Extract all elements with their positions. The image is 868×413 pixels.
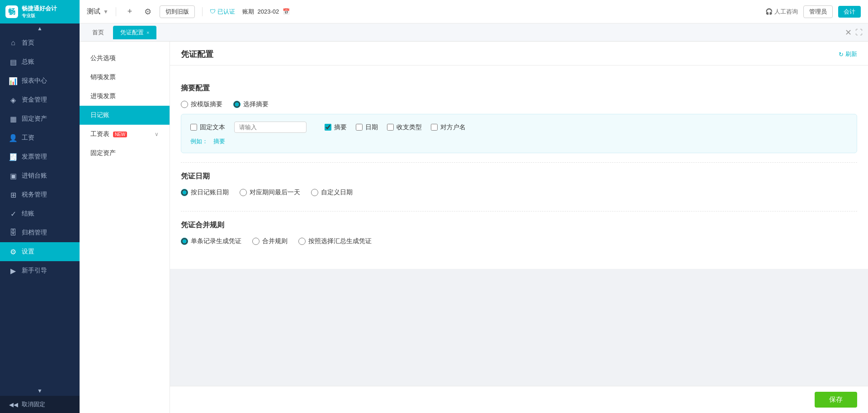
- summary-select-radio[interactable]: [233, 101, 241, 108]
- counterpart-checkbox[interactable]: [431, 124, 438, 131]
- sidebar-item-home[interactable]: ⌂ 首页: [0, 33, 80, 52]
- archive-icon: 🗄: [9, 229, 17, 237]
- switch-old-version-btn[interactable]: 切到旧版: [160, 5, 195, 18]
- calendar-icon[interactable]: 📅: [283, 8, 290, 15]
- invoice-icon: 🧾: [9, 153, 17, 161]
- sidebar-item-guide[interactable]: ▶ 新手引导: [0, 261, 80, 280]
- sidebar-item-settings[interactable]: ⚙ 设置: [0, 242, 80, 261]
- sidebar-item-invoice[interactable]: 🧾 发票管理: [0, 147, 80, 166]
- sidebar-item-ledger[interactable]: ▤ 总账: [0, 52, 80, 71]
- income-type-checkbox[interactable]: [387, 124, 394, 131]
- admin-btn[interactable]: 管理员: [803, 5, 833, 18]
- consult-btn[interactable]: 🎧 人工咨询: [765, 8, 798, 16]
- refresh-btn[interactable]: ↻ 刷新: [839, 50, 857, 58]
- refresh-icon: ↻: [839, 51, 844, 58]
- tab-close-btn[interactable]: ×: [146, 30, 149, 35]
- sidebar-item-archive[interactable]: 🗄 归档管理: [0, 223, 80, 242]
- date-checkbox-option[interactable]: 日期: [356, 123, 378, 131]
- topbar-right: 🎧 人工咨询 管理员 会计: [765, 5, 861, 18]
- headset-icon: 🎧: [765, 8, 773, 15]
- payroll-label: 工资表 NEW: [90, 130, 127, 138]
- merge-radio-group: 单条记录生成凭证 合并规则 按照选择汇总生成凭证: [181, 237, 857, 245]
- summary-checkbox-option[interactable]: 摘要: [325, 123, 347, 131]
- date-period-last-radio[interactable]: [240, 189, 247, 196]
- close-period-icon: ✓: [9, 210, 17, 218]
- income-type-checkbox-option[interactable]: 收支类型: [387, 123, 422, 131]
- date-checkbox[interactable]: [356, 124, 363, 131]
- sidebar-scroll-up[interactable]: ▲: [0, 23, 80, 33]
- date-period-last-option[interactable]: 对应期间最后一天: [240, 188, 300, 197]
- left-nav-public[interactable]: 公共选项: [80, 49, 170, 68]
- sidebar-item-salary[interactable]: 👤 工资: [0, 128, 80, 147]
- merge-section: 凭证合并规则 单条记录生成凭证 合并规则: [181, 211, 857, 260]
- merge-single-radio[interactable]: [181, 238, 188, 245]
- merge-select-option[interactable]: 按照选择汇总生成凭证: [298, 237, 372, 245]
- left-nav-payroll[interactable]: 工资表 NEW ∨: [80, 125, 170, 144]
- sidebar-item-cash[interactable]: ◈ 资金管理: [0, 90, 80, 109]
- date-custom-radio[interactable]: [311, 189, 318, 196]
- settings-gear-btn[interactable]: ⚙: [142, 5, 154, 18]
- left-nav-fixed-assets[interactable]: 固定资产: [80, 144, 170, 163]
- voucher-date-section: 凭证日期 按日记账日期 对应期间最后一天: [181, 163, 857, 211]
- company-selector[interactable]: 测试 ▼: [87, 7, 108, 16]
- merge-rule-radio[interactable]: [252, 238, 259, 245]
- cancel-fixed-icon: ◀◀: [9, 401, 18, 408]
- new-badge: NEW: [113, 131, 127, 137]
- tab-home[interactable]: 首页: [85, 26, 111, 39]
- sidebar-item-assets[interactable]: ▦ 固定资产: [0, 109, 80, 128]
- summary-radio-group: 按模版摘要 选择摘要: [181, 100, 857, 108]
- left-nav-sales[interactable]: 销项发票: [80, 68, 170, 87]
- summary-template-option[interactable]: 按模版摘要: [181, 100, 222, 108]
- fixed-text-checkbox[interactable]: [190, 124, 197, 131]
- salary-icon: 👤: [9, 134, 17, 142]
- date-radio-group: 按日记账日期 对应期间最后一天 自定义日期: [181, 188, 857, 197]
- topbar-divider-1: [116, 7, 116, 16]
- counterpart-checkbox-option[interactable]: 对方户名: [431, 123, 466, 131]
- save-button[interactable]: 保存: [815, 392, 857, 408]
- summary-checkbox-row: 固定文本 摘要 日期: [190, 122, 848, 133]
- merge-title: 凭证合并规则: [181, 221, 857, 230]
- content-area: 公共选项 销项发票 进项发票 日记账 工资表 NEW ∨ 固定资产 凭证配置 ↻…: [80, 42, 868, 413]
- summary-options-box: 固定文本 摘要 日期: [181, 114, 857, 153]
- merge-single-option[interactable]: 单条记录生成凭证: [181, 237, 241, 245]
- accountant-btn[interactable]: 会计: [838, 6, 861, 18]
- add-company-btn[interactable]: +: [123, 5, 136, 18]
- merge-select-radio[interactable]: [298, 238, 306, 245]
- form-content: 摘要配置 按模版摘要 选择摘要: [170, 66, 868, 269]
- tax-icon: ⊞: [9, 191, 17, 199]
- fixed-text-option[interactable]: 固定文本: [190, 123, 225, 131]
- sidebar-item-report[interactable]: 📊 报表中心: [0, 71, 80, 90]
- sidebar-item-purchase[interactable]: ▣ 进销台账: [0, 166, 80, 185]
- fixed-text-input[interactable]: [234, 122, 307, 133]
- footer-bar: 保存: [170, 386, 868, 413]
- cancel-fixed-btn[interactable]: ◀◀ 取消固定: [0, 396, 80, 413]
- window-close-btn[interactable]: ✕: [845, 28, 852, 38]
- summary-section: 摘要配置 按模版摘要 选择摘要: [181, 75, 857, 163]
- example-text: 例如： 摘要: [190, 137, 848, 145]
- sidebar-item-close[interactable]: ✓ 结账: [0, 204, 80, 223]
- content-wrapper: 凭证配置 ↻ 刷新 摘要配置 按模版摘要: [170, 42, 868, 413]
- page-header: 凭证配置 ↻ 刷新: [170, 42, 868, 66]
- date-custom-option[interactable]: 自定义日期: [311, 188, 353, 197]
- topbar-divider-2: [202, 7, 203, 16]
- tabbar-actions: ✕ ⛶: [845, 28, 863, 38]
- sidebar: 畅 畅捷通好会计 专业版 ▲ ⌂ 首页 ▤ 总账 📊 报表中心 ◈ 资金管理 ▦…: [0, 0, 80, 413]
- sidebar-scroll-down[interactable]: ▼: [0, 386, 80, 396]
- shield-icon: 🛡: [210, 8, 216, 15]
- summary-checkbox[interactable]: [325, 124, 331, 131]
- left-nav-journal[interactable]: 日记账: [80, 106, 170, 125]
- sidebar-nav: ⌂ 首页 ▤ 总账 📊 报表中心 ◈ 资金管理 ▦ 固定资产 👤 工资 🧾 发票…: [0, 33, 80, 386]
- tab-voucher-config[interactable]: 凭证配置 ×: [113, 26, 156, 39]
- date-journal-radio[interactable]: [181, 189, 188, 196]
- tabbar: 首页 凭证配置 × ✕ ⛶: [80, 23, 868, 42]
- sidebar-item-tax[interactable]: ⊞ 税务管理: [0, 185, 80, 204]
- date-journal-option[interactable]: 按日记账日期: [181, 188, 229, 197]
- merge-rule-option[interactable]: 合并规则: [252, 237, 288, 245]
- form-scroll-area: 摘要配置 按模版摘要 选择摘要: [170, 66, 868, 386]
- window-expand-btn[interactable]: ⛶: [855, 28, 863, 37]
- left-nav-purchase-invoice[interactable]: 进项发票: [80, 87, 170, 106]
- summary-template-radio[interactable]: [181, 101, 188, 108]
- assets-icon: ▦: [9, 115, 17, 123]
- sidebar-logo: 畅 畅捷通好会计 专业版: [0, 0, 80, 23]
- summary-select-option[interactable]: 选择摘要: [233, 100, 269, 108]
